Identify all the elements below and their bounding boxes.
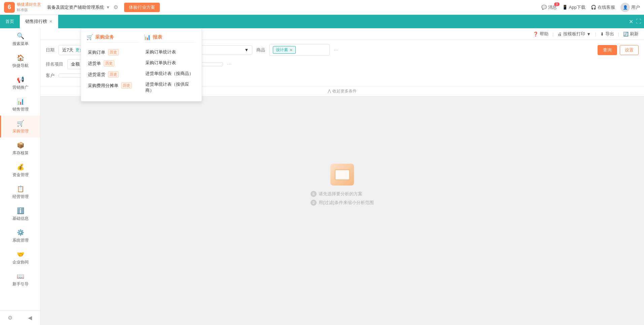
sidebar-label-quicknav: 快捷导航: [12, 63, 29, 69]
report-col-icon: 📊: [144, 34, 151, 40]
dropdown-item-inbound-stat-supplier[interactable]: 进货单统计表（按供应商）: [144, 79, 196, 96]
headset-icon: 🎧: [591, 5, 596, 10]
dropdown-item-label: 进货单统计表（按供应商）: [145, 81, 195, 93]
dropdown-col-report: 📊 报表 采购订单统计表 采购订单执行表 进货单统计表（按商品） 进货单统计表（…: [144, 34, 196, 96]
date-quick-7days[interactable]: 近7天: [62, 47, 73, 53]
message-badge: 9: [554, 2, 560, 6]
sidebar-item-guide[interactable]: 📖 新手引导: [0, 269, 40, 290]
user-btn[interactable]: 👤 用户: [620, 3, 640, 12]
message-btn[interactable]: 💬 消息 9: [541, 4, 557, 10]
print-dropdown-icon[interactable]: ▼: [586, 32, 591, 37]
sidebar-item-operation[interactable]: 📋 经营管理: [0, 181, 40, 203]
rank-label: 排名项目: [46, 61, 63, 67]
tabbar-actions: ✕ ⛶: [629, 18, 641, 25]
dropdown-item-return[interactable]: 进货退货 历史: [86, 69, 139, 80]
help-label: 帮助: [540, 31, 548, 37]
query-btn[interactable]: 查询: [598, 45, 617, 55]
export-label: 导出: [605, 31, 614, 37]
dropdown-item-label: 进货单: [88, 60, 101, 67]
sidebar-label-purchase: 采购管理: [12, 128, 29, 134]
help-btn[interactable]: ❓ 帮助: [533, 31, 548, 37]
print-btn[interactable]: 🖨 按模板打印 ▼: [558, 31, 591, 37]
collab-icon: 🤝: [17, 251, 24, 258]
search-icon: 🔍: [17, 32, 24, 40]
maximize-icon[interactable]: ⛶: [636, 18, 641, 25]
guide-icon: 📖: [17, 273, 24, 280]
settings-btn[interactable]: 设置: [620, 45, 639, 55]
tab-home[interactable]: 首页: [0, 15, 20, 28]
home-icon: 🏠: [17, 54, 24, 62]
salesman-dots[interactable]: ···: [227, 61, 231, 67]
message-icon: 💬: [541, 5, 547, 10]
dropdown-item-expense[interactable]: 采购费用分摊单 历史: [86, 80, 139, 91]
topbar-right: 💬 消息 9 📱 App下载 🎧 在线客服 👤 用户: [541, 3, 640, 12]
dropdown-item-order-exec[interactable]: 采购订单执行表: [144, 57, 196, 68]
dropdown-item-label: 采购订单执行表: [145, 60, 176, 66]
dropdown-item-label: 采购订单: [88, 49, 105, 55]
logo-icon: 6: [4, 2, 15, 13]
goods-input[interactable]: 设计素 ✕: [269, 44, 330, 56]
empty-hint-1: ① 请先选择要分析的方案: [311, 190, 373, 198]
sidebar-item-quicknav[interactable]: 🏠 快捷导航: [0, 50, 40, 72]
tab-close-icon[interactable]: ✕: [49, 19, 52, 24]
refresh-btn[interactable]: 🔄 刷新: [623, 31, 639, 37]
box-icon: 📦: [17, 141, 24, 149]
dropdown-item-label: 采购费用分摊单: [88, 83, 118, 89]
sidebar-item-base[interactable]: ℹ️ 基础信息: [0, 203, 40, 225]
rank-value: 金额: [71, 61, 80, 67]
collapse-up-icon: ⋀: [328, 89, 331, 93]
logo-text: 畅捷通好生意: [17, 2, 41, 7]
sidebar-item-purchase[interactable]: 🛒 采购管理: [0, 116, 40, 137]
system-title: 装备及固定资产辅助管理系统: [47, 4, 104, 10]
dropdown-item-order-stat[interactable]: 采购订单统计表: [144, 47, 196, 57]
sidebar-label-marketing: 营销推广: [12, 85, 29, 90]
goods-more-dots[interactable]: ···: [334, 47, 338, 53]
money-icon: 💰: [17, 163, 24, 171]
empty-text: ① 请先选择要分析的方案 ② 用[过滤]条件来缩小分析范围: [311, 190, 373, 207]
dropdown-item-inbound-stat-goods[interactable]: 进货单统计表（按商品）: [144, 68, 196, 79]
sidebar-item-collab[interactable]: 🤝 企业协同: [0, 247, 40, 269]
sidebar-collapse-btn[interactable]: ◀: [20, 313, 40, 322]
dropdown-col-purchase: 🛒 采购业务 采购订单 历史 进货单 历史 进货退货 历史 采购费用分摊单: [86, 34, 139, 96]
app-download-label: App下载: [569, 4, 585, 10]
chart-icon: 📊: [17, 98, 24, 105]
empty-state: ① 请先选择要分析的方案 ② 用[过滤]条件来缩小分析范围: [40, 96, 644, 275]
export-btn[interactable]: ⬇ 导出: [600, 31, 614, 37]
sidebar-item-system[interactable]: ⚙️ 系统管理: [0, 225, 40, 247]
online-service-label: 在线客服: [598, 4, 615, 10]
hist-badge: 历史: [108, 49, 119, 55]
customer-label: 客户: [46, 73, 55, 79]
sidebar-item-inventory[interactable]: 📦 库存核算: [0, 137, 40, 159]
empty-screen: [335, 169, 350, 180]
sidebar-settings-btn[interactable]: ⚙: [0, 313, 20, 322]
info-icon: ℹ️: [17, 207, 24, 214]
empty-hint-2: ② 用[过滤]条件来缩小分析范围: [311, 198, 373, 207]
close-window-icon[interactable]: ✕: [629, 18, 633, 25]
logo: 6 畅捷通好生意 标准版: [4, 2, 44, 13]
sidebar-item-finance[interactable]: 💰 资金管理: [0, 159, 40, 181]
filter-actions: 查询 设置: [598, 45, 639, 55]
sidebar-label-finance: 资金管理: [12, 172, 29, 178]
sidebar-item-sales[interactable]: 📊 销售管理: [0, 94, 40, 116]
dropdown-item-inbound[interactable]: 进货单 历史: [86, 58, 139, 69]
sidebar-item-marketing[interactable]: 📢 营销推广: [0, 72, 40, 94]
dropdown-item-label: 进货退货: [88, 72, 105, 78]
topbar-system: 装备及固定资产辅助管理系统 ▼ ⚙ 体验行业方案: [44, 3, 541, 12]
goods-tag-close[interactable]: ✕: [289, 48, 293, 52]
dropdown-arrow-icon[interactable]: ▼: [106, 5, 110, 10]
goods-tag: 设计素 ✕: [273, 46, 296, 54]
tab-sales-ranking[interactable]: 销售排行榜 ✕: [20, 15, 58, 28]
empty-illustration: [330, 164, 354, 186]
sidebar-item-search[interactable]: 🔍 搜索菜单: [0, 28, 40, 50]
settings-gear-icon[interactable]: ⚙: [113, 4, 118, 10]
logo-sub: 标准版: [17, 7, 41, 12]
hist-badge: 历史: [121, 82, 132, 89]
date-label: 日期: [46, 47, 55, 53]
dropdown-item-label: 进货单统计表（按商品）: [145, 71, 193, 77]
cart-icon: 🛒: [17, 120, 24, 127]
online-service-btn[interactable]: 🎧 在线客服: [591, 4, 615, 10]
app-download-btn[interactable]: 📱 App下载: [562, 4, 585, 10]
dropdown-item-purchase-order[interactable]: 采购订单 历史: [86, 47, 139, 58]
content-area: 🛒 采购业务 采购订单 历史 进货单 历史 进货退货 历史 采购费用分摊单: [40, 28, 644, 325]
industry-btn[interactable]: 体验行业方案: [124, 3, 160, 12]
